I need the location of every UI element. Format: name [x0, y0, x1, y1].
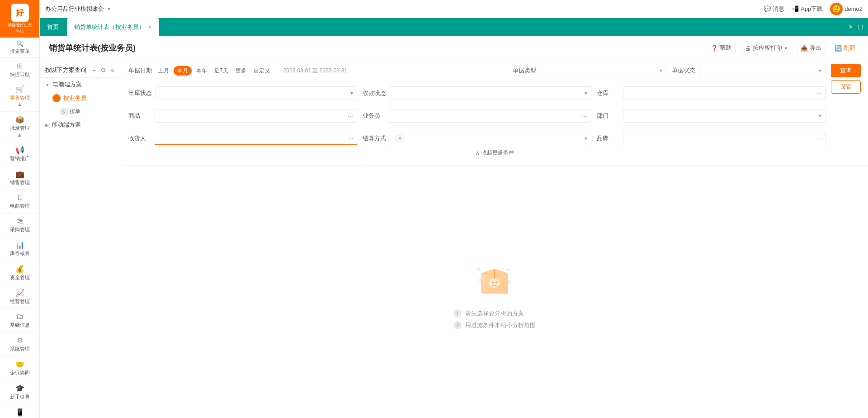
sidebar-item-retail[interactable]: 🛒 零售管理 ▲: [0, 81, 39, 112]
inventory-label: 库存核算: [10, 250, 30, 257]
message-button[interactable]: 💬 消息: [764, 5, 784, 13]
panel-category-mobile[interactable]: ▶ 移动端方案: [40, 118, 121, 132]
app-download-button[interactable]: 📲 App下载: [792, 5, 823, 13]
refresh-button[interactable]: 🔄 刷新: [831, 42, 859, 54]
brand-dots[interactable]: ···: [816, 135, 821, 142]
doc-type-label: 单据类型: [513, 66, 536, 75]
sales-label: 销售管理: [10, 179, 30, 186]
app-download-label: App下载: [801, 5, 823, 13]
sidebar-item-operations[interactable]: 📈 经营管理: [0, 285, 39, 309]
help-button[interactable]: ❓ 帮助: [707, 42, 736, 54]
panel-item-by-staff[interactable]: 按业务员: [40, 91, 121, 105]
settlement-dropdown-icon: ▾: [585, 135, 587, 142]
recipient-dots[interactable]: ···: [348, 134, 354, 142]
filter-item-payment-status: 收款状态 ▾: [363, 86, 591, 100]
tab-close-icon[interactable]: ×: [148, 24, 152, 31]
sidebar-item-sales[interactable]: 💼 销售管理: [0, 166, 39, 190]
sidebar-item-finance[interactable]: 💰 资金管理: [0, 261, 39, 285]
help-icon: ❓: [711, 45, 718, 52]
sidebar-item-enterprise[interactable]: 🤝 企业协同: [0, 356, 39, 380]
date-tab-more[interactable]: 更多: [233, 66, 249, 76]
active-tab-label: 销货单统计表（按业务员）: [74, 23, 145, 31]
tip-num-1: 1: [453, 309, 462, 318]
sidebar-quicknav[interactable]: ⊞ 快捷导航: [0, 58, 39, 81]
date-tabs: 上月 本月 本年 近7天 更多 自定义: [156, 66, 273, 76]
sidebar-item-newbie[interactable]: 🎓 新手引导: [0, 380, 39, 404]
sidebar-item-appcenter[interactable]: 📱 应用中心: [0, 404, 39, 418]
sidebar-item-wholesale[interactable]: 📦 批发管理 ▲: [0, 112, 39, 142]
panel-category-desktop[interactable]: ▼ 电脑端方案: [40, 78, 121, 91]
doc-type-control[interactable]: ▾: [540, 64, 666, 77]
date-tab-this-year[interactable]: 本年: [193, 66, 210, 76]
print-template-button[interactable]: 🖨 按模板打印 ▾: [741, 42, 791, 54]
filter-item-doc-type: 单据类型 ▾: [513, 64, 666, 77]
panel-settings-icon[interactable]: ⚙: [99, 66, 107, 75]
panel-add-icon[interactable]: +: [91, 66, 97, 75]
doc-status-dropdown-icon: ▾: [819, 67, 821, 74]
filter-item-date: 单据日期 上月 本月 本年 近7天 更多 自定义: [128, 66, 507, 76]
goods-control[interactable]: ···: [155, 109, 357, 123]
window-maximize-btn[interactable]: □: [856, 21, 864, 33]
panel-collapse-icon[interactable]: «: [110, 66, 115, 75]
goods-dots[interactable]: ···: [348, 112, 353, 119]
sidebar-logo[interactable]: 好 畅捷通好生意 标版: [0, 0, 39, 38]
date-tab-7days[interactable]: 近7天: [212, 66, 231, 76]
query-button[interactable]: 查询: [831, 64, 861, 77]
grid-icon: ⊞: [17, 62, 23, 70]
message-label: 消息: [773, 5, 784, 13]
staff-dots[interactable]: ···: [582, 112, 587, 119]
settings-button[interactable]: 设置: [831, 80, 861, 94]
payment-status-control[interactable]: ▾: [390, 86, 591, 100]
home-tab-label: 首页: [47, 23, 59, 31]
warehouse-dots[interactable]: ···: [816, 90, 821, 97]
brand-control[interactable]: ···: [623, 132, 826, 145]
ship-status-control[interactable]: ▾: [156, 86, 357, 100]
sidebar-item-basic[interactable]: 🗂 基础信息: [0, 309, 39, 332]
recipient-control[interactable]: ···: [155, 132, 357, 145]
sidebar-item-purchase[interactable]: 🛍 采购管理: [0, 214, 39, 237]
collapse-button[interactable]: ∧ 收起更多条件: [128, 145, 861, 160]
message-icon: 💬: [764, 5, 771, 12]
window-close-btn[interactable]: ×: [847, 21, 854, 33]
filter-row-1: 单据日期 上月 本月 本年 近7天 更多 自定义: [128, 64, 826, 77]
tab-home[interactable]: 首页: [40, 18, 66, 36]
tab-active[interactable]: 销货单统计表（按业务员） ×: [67, 18, 159, 36]
date-tab-this-month[interactable]: 本月: [174, 66, 192, 76]
filter-item-staff: 业务员 ···: [363, 109, 591, 123]
print-caret-icon: ▾: [785, 46, 787, 51]
filter-item-recipient: 收货人 ···: [128, 132, 357, 145]
basic-icon: 🗂: [16, 313, 24, 321]
marketing-icon: 📢: [15, 146, 24, 154]
right-panel: 单据日期 上月 本月 本年 近7天 更多 自定义: [121, 58, 868, 418]
tabbar-right: × □: [847, 21, 868, 33]
settlement-clear-tag[interactable]: ×: [394, 134, 404, 142]
expand-icon2: ▲: [17, 132, 23, 138]
date-tab-custom[interactable]: 自定义: [251, 66, 273, 76]
staff-control[interactable]: ···: [389, 109, 591, 123]
sidebar-search-menu[interactable]: 🔍 搜索菜单: [0, 38, 39, 58]
sidebar-item-ecommerce[interactable]: 🖥 电商管理: [0, 190, 39, 214]
appcenter-icon: 📱: [15, 408, 24, 417]
svg-point-9: [508, 281, 510, 283]
operations-label: 经营管理: [10, 298, 30, 305]
settlement-clear-icon[interactable]: ×: [398, 135, 401, 142]
sidebar-item-system[interactable]: ⚙ 系统管理: [0, 332, 39, 356]
export-icon: 📤: [801, 45, 808, 52]
topbar-dropdown-icon[interactable]: ▾: [108, 6, 110, 12]
panel-item-by-order[interactable]: 仅 按单: [40, 105, 121, 118]
warehouse-control[interactable]: ···: [623, 86, 826, 100]
settlement-control[interactable]: × ▾: [390, 132, 591, 145]
wholesale-label: 批发管理: [10, 125, 30, 132]
filter-item-settlement: 结算方式 × ▾: [363, 132, 591, 145]
dept-control[interactable]: ▾: [623, 109, 826, 123]
settlement-label: 结算方式: [363, 134, 386, 142]
sidebar-item-marketing[interactable]: 📢 营销推广: [0, 142, 39, 166]
user-profile[interactable]: 🙂 demo2: [830, 3, 863, 15]
export-button[interactable]: 📤 导出: [797, 42, 826, 54]
retail-icon: 🛒: [15, 85, 24, 94]
tip-num-2: 2: [453, 321, 462, 329]
date-tab-last-month[interactable]: 上月: [156, 66, 172, 76]
mobile-label: 移动端方案: [52, 121, 81, 129]
sidebar-item-inventory[interactable]: 📊 库存核算: [0, 237, 39, 261]
doc-status-control[interactable]: ▾: [699, 64, 826, 77]
